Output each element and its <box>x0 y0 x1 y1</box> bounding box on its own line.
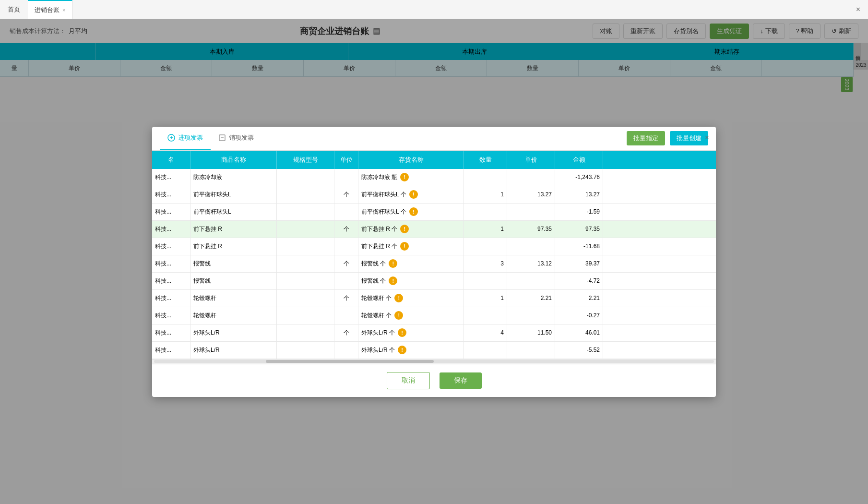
cell-unit <box>334 273 358 289</box>
inventory-name: 外球头L/R 个 <box>361 329 395 337</box>
cell-unit <box>334 307 358 324</box>
cell-unit: 个 <box>334 255 358 272</box>
table-row[interactable]: 科技... 前下悬挂 R 前下悬挂 R 个 ! -11.68 <box>152 238 716 255</box>
tab-incoming-invoice[interactable]: 进项发票 <box>160 126 211 150</box>
cell-unit <box>334 204 358 220</box>
cell-amount: -1,243.76 <box>555 169 603 186</box>
cell-spec <box>277 255 334 272</box>
cell-spec <box>277 290 334 307</box>
cell-inventory: 前平衡杆球头L 个 ! <box>358 186 464 203</box>
warning-icon: ! <box>398 346 406 354</box>
cell-qty <box>464 342 507 359</box>
warning-icon: ! <box>398 328 406 337</box>
cancel-button[interactable]: 取消 <box>387 372 430 389</box>
cell-product: 防冻冷却液 <box>190 169 277 186</box>
table-row[interactable]: 科技... 报警线 个 报警线 个 ! 3 13.12 39.37 <box>152 255 716 273</box>
inventory-name: 报警线 个 <box>361 260 386 268</box>
table-row[interactable]: 科技... 外球头L/R 个 外球头L/R 个 ! 4 11.50 46.01 <box>152 324 716 342</box>
cell-product: 轮毂螺杆 <box>190 307 277 324</box>
cell-price <box>507 204 555 220</box>
table-header-row: 名 商品名称 规格型号 单位 存货名称 数量 单价 金额 <box>152 151 716 169</box>
save-button[interactable]: 保存 <box>440 372 482 389</box>
col-header-inventory: 存货名称 <box>358 151 464 169</box>
batch-assign-button[interactable]: 批量指定 <box>627 131 665 145</box>
cell-inventory: 防冻冷却液 瓶 ! <box>358 169 464 186</box>
modal-dialog: 进项发票 销项发票 批量指定 批量创建 × 名 <box>152 127 716 397</box>
cell-unit <box>334 169 358 186</box>
cell-price <box>507 273 555 289</box>
cell-inventory: 报警线 个 ! <box>358 273 464 289</box>
cell-price <box>507 342 555 359</box>
table-row[interactable]: 科技... 报警线 报警线 个 ! -4.72 <box>152 273 716 290</box>
warning-icon: ! <box>394 294 403 302</box>
table-row[interactable]: 科技... 前下悬挂 R 个 前下悬挂 R 个 ! 1 97.35 97.35 <box>152 221 716 238</box>
table-row[interactable]: 科技... 防冻冷却液 防冻冷却液 瓶 ! -1,243.76 <box>152 169 716 186</box>
scrollbar-thumb[interactable] <box>266 360 434 363</box>
cell-spec <box>277 204 334 220</box>
col-header-product: 商品名称 <box>190 151 277 169</box>
modal-table: 名 商品名称 规格型号 单位 存货名称 数量 单价 金额 科技... 防冻冷却液… <box>152 151 716 359</box>
cell-name: 科技... <box>152 342 190 359</box>
cell-name: 科技... <box>152 204 190 220</box>
cell-qty <box>464 204 507 220</box>
cell-unit: 个 <box>334 186 358 203</box>
cell-product: 报警线 <box>190 255 277 272</box>
scrollbar-track[interactable] <box>154 360 714 363</box>
cell-inventory: 前下悬挂 R 个 ! <box>358 221 464 238</box>
cell-amount: 39.37 <box>555 255 603 272</box>
col-header-spec: 规格型号 <box>277 151 334 169</box>
inventory-name: 轮毂螺杆 个 <box>361 312 392 320</box>
cell-amount: 2.21 <box>555 290 603 307</box>
cell-price: 13.12 <box>507 255 555 272</box>
main-content: 销售成本计算方法： 月平均 商贸企业进销台账 ▤ 对账 重新开账 存货别名 生成… <box>0 19 868 504</box>
cell-qty: 1 <box>464 186 507 203</box>
cell-unit: 个 <box>334 324 358 341</box>
cell-qty <box>464 238 507 255</box>
inventory-name: 前平衡杆球头L 个 <box>361 208 406 216</box>
home-tab[interactable]: 首页 <box>0 0 28 19</box>
active-tab[interactable]: 进销台账 × <box>28 0 72 19</box>
window-close-button[interactable]: × <box>848 0 868 19</box>
cell-product: 前平衡杆球头L <box>190 186 277 203</box>
cell-price: 11.50 <box>507 324 555 341</box>
inventory-name: 轮毂螺杆 个 <box>361 294 392 302</box>
warning-icon: ! <box>400 242 409 251</box>
cell-amount: -1.59 <box>555 204 603 220</box>
col-header-amount: 金额 <box>555 151 603 169</box>
cell-unit <box>334 238 358 255</box>
cell-qty: 3 <box>464 255 507 272</box>
table-row[interactable]: 科技... 外球头L/R 外球头L/R 个 ! -5.52 <box>152 342 716 359</box>
cell-spec <box>277 238 334 255</box>
cell-price: 97.35 <box>507 221 555 238</box>
modal-overlay: 进项发票 销项发票 批量指定 批量创建 × 名 <box>0 19 868 504</box>
inventory-name: 前平衡杆球头L 个 <box>361 191 406 199</box>
window-close-icon: × <box>856 5 860 14</box>
tab-outgoing-invoice[interactable]: 销项发票 <box>211 126 262 150</box>
tab-close-icon[interactable]: × <box>62 7 65 13</box>
warning-icon: ! <box>409 207 418 216</box>
incoming-tab-icon <box>167 134 175 142</box>
cell-inventory: 外球头L/R 个 ! <box>358 342 464 359</box>
cell-price: 13.27 <box>507 186 555 203</box>
table-row[interactable]: 科技... 轮毂螺杆 轮毂螺杆 个 ! -0.27 <box>152 307 716 324</box>
cell-amount: -11.68 <box>555 238 603 255</box>
cell-amount: -4.72 <box>555 273 603 289</box>
col-header-name: 名 <box>152 151 190 169</box>
cell-product: 前平衡杆球头L <box>190 204 277 220</box>
modal-close-button[interactable]: × <box>705 133 709 142</box>
cell-inventory: 轮毂螺杆 个 ! <box>358 307 464 324</box>
cell-product: 轮毂螺杆 <box>190 290 277 307</box>
modal-header: 进项发票 销项发票 批量指定 批量创建 × <box>152 127 716 151</box>
cell-qty: 1 <box>464 221 507 238</box>
modal-scrollbar[interactable] <box>152 359 716 364</box>
table-row[interactable]: 科技... 轮毂螺杆 个 轮毂螺杆 个 ! 1 2.21 2.21 <box>152 290 716 307</box>
warning-icon: ! <box>389 259 397 268</box>
table-row[interactable]: 科技... 前平衡杆球头L 前平衡杆球头L 个 ! -1.59 <box>152 204 716 221</box>
table-row[interactable]: 科技... 前平衡杆球头L 个 前平衡杆球头L 个 ! 1 13.27 13.2… <box>152 186 716 204</box>
cell-qty <box>464 273 507 289</box>
warning-icon: ! <box>389 276 397 285</box>
cell-qty <box>464 307 507 324</box>
cell-inventory: 前下悬挂 R 个 ! <box>358 238 464 255</box>
inventory-name: 报警线 个 <box>361 277 386 285</box>
batch-create-button[interactable]: 批量创建 <box>670 131 708 145</box>
